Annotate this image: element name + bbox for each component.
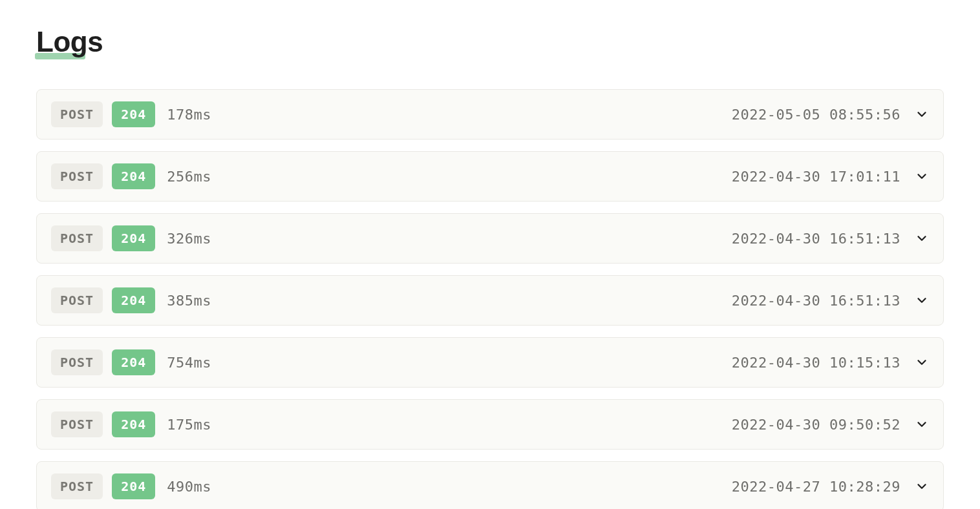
log-duration: 256ms — [167, 169, 211, 185]
log-timestamp: 2022-04-30 09:50:52 — [732, 417, 900, 433]
status-badge: 204 — [112, 163, 155, 189]
chevron-down-icon — [915, 293, 929, 307]
log-timestamp: 2022-04-30 10:15:13 — [732, 355, 900, 371]
log-list: POST 204 178ms 2022-05-05 08:55:56 POST … — [36, 89, 944, 509]
log-timestamp: 2022-05-05 08:55:56 — [732, 107, 900, 123]
status-badge: 204 — [112, 411, 155, 437]
log-timestamp: 2022-04-27 10:28:29 — [732, 479, 900, 495]
log-duration: 175ms — [167, 417, 211, 433]
method-badge: POST — [51, 473, 103, 499]
log-row[interactable]: POST 204 326ms 2022-04-30 16:51:13 — [36, 213, 944, 264]
method-badge: POST — [51, 411, 103, 437]
log-row[interactable]: POST 204 490ms 2022-04-27 10:28:29 — [36, 461, 944, 509]
log-row[interactable]: POST 204 175ms 2022-04-30 09:50:52 — [36, 399, 944, 450]
status-badge: 204 — [112, 473, 155, 499]
log-row[interactable]: POST 204 256ms 2022-04-30 17:01:11 — [36, 151, 944, 202]
method-badge: POST — [51, 225, 103, 251]
status-badge: 204 — [112, 101, 155, 127]
method-badge: POST — [51, 287, 103, 313]
method-badge: POST — [51, 163, 103, 189]
log-duration: 385ms — [167, 293, 211, 309]
log-timestamp: 2022-04-30 16:51:13 — [732, 231, 900, 247]
chevron-down-icon — [915, 169, 929, 183]
log-duration: 490ms — [167, 479, 211, 495]
log-duration: 178ms — [167, 107, 211, 123]
method-badge: POST — [51, 101, 103, 127]
chevron-down-icon — [915, 417, 929, 431]
log-timestamp: 2022-04-30 17:01:11 — [732, 169, 900, 185]
status-badge: 204 — [112, 349, 155, 375]
method-badge: POST — [51, 349, 103, 375]
log-row[interactable]: POST 204 178ms 2022-05-05 08:55:56 — [36, 89, 944, 140]
log-timestamp: 2022-04-30 16:51:13 — [732, 293, 900, 309]
chevron-down-icon — [915, 355, 929, 369]
chevron-down-icon — [915, 231, 929, 245]
log-row[interactable]: POST 204 754ms 2022-04-30 10:15:13 — [36, 337, 944, 388]
chevron-down-icon — [915, 479, 929, 493]
log-duration: 326ms — [167, 231, 211, 247]
log-duration: 754ms — [167, 355, 211, 371]
status-badge: 204 — [112, 287, 155, 313]
chevron-down-icon — [915, 107, 929, 121]
status-badge: 204 — [112, 225, 155, 251]
log-row[interactable]: POST 204 385ms 2022-04-30 16:51:13 — [36, 275, 944, 326]
page-title: Logs — [36, 26, 103, 58]
